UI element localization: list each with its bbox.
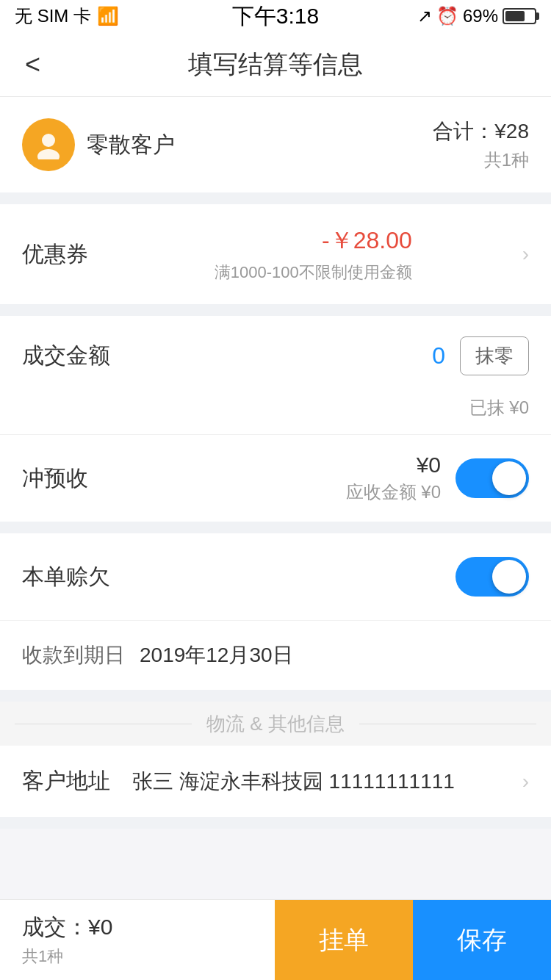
battery-icon xyxy=(503,8,536,24)
discount-label: 优惠券 xyxy=(22,239,110,270)
footer-info: 成交：¥0 共1种 xyxy=(0,912,275,968)
discount-section[interactable]: 优惠券 -￥28.00 满1000-100不限制使用金额 › xyxy=(0,204,551,304)
credit-row: 本单赊欠 xyxy=(0,533,551,620)
divider-line-right xyxy=(359,724,536,724)
battery-percentage: 69% xyxy=(463,6,498,26)
address-row[interactable]: 客户地址 张三 海淀永丰科技园 11111111111 › xyxy=(0,746,551,817)
credit-section: 本单赊欠 收款到期日 2019年12月30日 xyxy=(0,533,551,690)
footer-deal-amount: 成交：¥0 xyxy=(22,912,253,943)
advance-right: ¥0 应收金额 ¥0 xyxy=(346,453,529,504)
page-title: 填写结算等信息 xyxy=(188,48,363,82)
customer-left: 零散客户 xyxy=(22,118,175,171)
due-date-row: 收款到期日 2019年12月30日 xyxy=(0,620,551,690)
amount-input-wrap: 0 抹零 xyxy=(401,336,529,375)
advance-amount: ¥0 xyxy=(346,453,441,478)
advance-payment-row: 冲预收 ¥0 应收金额 ¥0 xyxy=(0,434,551,522)
credit-toggle[interactable] xyxy=(455,557,529,597)
back-button[interactable]: < xyxy=(18,42,48,87)
credit-toggle-knob xyxy=(492,560,526,594)
advance-toggle[interactable] xyxy=(455,458,529,498)
credit-label: 本单赊欠 xyxy=(22,562,110,592)
deal-amount-label: 成交金额 xyxy=(22,341,110,371)
deal-amount-section: 成交金额 0 抹零 已抹 ¥0 冲预收 ¥0 应收金额 ¥0 xyxy=(0,316,551,522)
due-date-value[interactable]: 2019年12月30日 xyxy=(140,641,293,669)
status-bar: 无 SIM 卡 📶 下午3:18 ↗ ⏰ 69% xyxy=(0,0,551,32)
footer: 成交：¥0 共1种 挂单 保存 xyxy=(0,899,551,980)
time-display: 下午3:18 xyxy=(232,1,319,32)
customer-name: 零散客户 xyxy=(87,130,175,160)
due-date-label: 收款到期日 xyxy=(22,641,125,669)
wifi-icon: 📶 xyxy=(97,6,119,26)
discount-right: -￥28.00 满1000-100不限制使用金额 xyxy=(215,225,412,284)
total-amount: 合计：¥28 xyxy=(433,118,529,145)
discount-desc: 满1000-100不限制使用金额 xyxy=(215,262,412,284)
footer-deal-value: ¥0 xyxy=(88,915,112,939)
carrier-text: 无 SIM 卡 xyxy=(15,4,91,28)
hang-button[interactable]: 挂单 xyxy=(275,900,413,981)
save-button[interactable]: 保存 xyxy=(413,900,551,981)
svg-point-0 xyxy=(42,134,55,147)
discount-row[interactable]: 优惠券 -￥28.00 满1000-100不限制使用金额 › xyxy=(0,204,551,304)
deal-amount-sub: 已抹 ¥0 xyxy=(0,396,551,434)
chevron-right-icon: › xyxy=(522,242,529,266)
logistics-divider-text: 物流 & 其他信息 xyxy=(206,711,345,737)
address-label: 客户地址 xyxy=(22,766,110,796)
logistics-divider: 物流 & 其他信息 xyxy=(0,702,551,746)
svg-point-1 xyxy=(37,149,60,159)
discount-amount: -￥28.00 xyxy=(215,225,412,257)
customer-row: 零散客户 合计：¥28 共1种 xyxy=(0,97,551,192)
nav-bar: < 填写结算等信息 xyxy=(0,32,551,97)
address-value: 张三 海淀永丰科技园 11111111111 xyxy=(132,768,494,796)
total-count: 共1种 xyxy=(433,148,529,172)
advance-label: 冲预收 xyxy=(22,464,88,494)
battery-fill xyxy=(505,11,525,21)
advance-values: ¥0 应收金额 ¥0 xyxy=(346,453,441,504)
status-right: ↗ ⏰ 69% xyxy=(417,6,536,26)
deal-amount-value[interactable]: 0 xyxy=(401,342,445,370)
location-icon: ↗ xyxy=(417,6,432,26)
status-left: 无 SIM 卡 📶 xyxy=(15,4,119,28)
avatar xyxy=(22,118,75,171)
address-section[interactable]: 客户地址 张三 海淀永丰科技园 11111111111 › xyxy=(0,746,551,817)
alarm-icon: ⏰ xyxy=(436,6,458,26)
footer-deal-label: 成交： xyxy=(22,915,88,939)
advance-sub: 应收金额 ¥0 xyxy=(346,480,441,504)
customer-right: 合计：¥28 共1种 xyxy=(433,118,529,172)
deal-amount-row: 成交金额 0 抹零 xyxy=(0,316,551,396)
address-chevron-icon: › xyxy=(522,770,529,793)
toggle-knob xyxy=(492,461,526,495)
customer-section: 零散客户 合计：¥28 共1种 xyxy=(0,97,551,192)
round-zero-button[interactable]: 抹零 xyxy=(460,336,529,375)
divider-line-left xyxy=(15,724,192,724)
footer-count: 共1种 xyxy=(22,945,253,968)
